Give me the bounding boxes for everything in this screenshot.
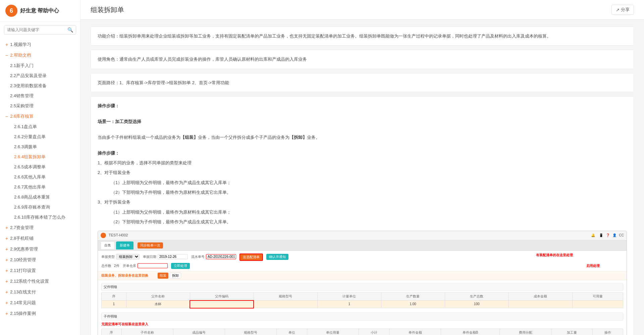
th-cost: 成本金额	[508, 292, 572, 300]
date-input[interactable]	[158, 254, 188, 259]
sidebar-item-mobile[interactable]: + 2.8手机旺铺	[0, 233, 80, 244]
plus-icon5: +	[5, 257, 8, 263]
sidebar-item-cost2[interactable]: 2.6.8商品成本重算	[0, 192, 80, 202]
company-field: 开单仓库	[123, 263, 168, 269]
content-area: 功能介绍：组装拆卸单用来处理企业组装或拆卸等加工业务，支持有固定装配清单的产品加…	[80, 20, 644, 335]
plus-icon3: +	[5, 236, 8, 241]
sidebar-item-system[interactable]: + 2.12系统个性化设置	[0, 276, 80, 287]
sidebar: 6 好生意 帮助中心 🔍 + 1.视频学习 − 2.帮助文档 2.1新手入门 2…	[0, 0, 80, 335]
sidebar-header: 6 好生意 帮助中心	[0, 0, 80, 22]
tab-neworder[interactable]: 新建单	[116, 241, 133, 249]
sidebar-item-purchase[interactable]: 2.5采购管理	[0, 101, 80, 111]
steps-title: 操作步骤：	[98, 149, 627, 157]
no-input[interactable]	[206, 254, 236, 259]
sidebar-item-inbound[interactable]: 2.6.6其他入库单	[0, 172, 80, 182]
tabs-row: 自售 新建单 同步账单一次	[98, 240, 627, 251]
sidebar-item-adjust[interactable]: 2.6.3调拨单	[0, 142, 80, 152]
th-total-qty: 生产总数	[445, 292, 508, 300]
th-parent-name: 父件名称	[126, 292, 190, 300]
sidebar-item-print[interactable]: + 2.11打印设置	[0, 265, 80, 276]
sidebar-item-install[interactable]: 2.2产品安装及登录	[0, 71, 80, 81]
sidebar-item-cases[interactable]: + 2.15操作案例	[0, 308, 80, 319]
sidebar-item-error[interactable]: 2.6.10库存账本错了怎么办	[0, 212, 80, 222]
plus-icon: +	[5, 42, 8, 47]
upper-table-area: 父件明细 序 父件名称 父件编码 规格型号 计量单位 生产数量	[98, 280, 627, 310]
date-field: 单据日期	[143, 254, 188, 260]
type-toggle-row: 组装业务、拆卸业务在这里切换 组装 拆卸	[98, 271, 627, 280]
share-button[interactable]: ↗ 分享	[611, 5, 634, 15]
confirm-btn[interactable]: 确认并通知	[266, 254, 288, 260]
app-logo: 6	[5, 5, 17, 17]
plus-icon9: +	[5, 300, 8, 305]
user-icon: 👤	[612, 232, 616, 238]
parent-code-cell	[190, 300, 254, 308]
sidebar-item-new[interactable]: 2.1新手入门	[0, 61, 80, 71]
th-product-no: 成品编号	[173, 329, 225, 335]
th-produce-qty: 生产数量	[381, 292, 445, 300]
screenshot-inner: TEST-H002 🔔 📱 ❓ 👤 CC 自售	[98, 231, 627, 335]
type-select[interactable]: 组装拆卸	[116, 254, 140, 260]
sidebar-item-sales[interactable]: 2.4销售管理	[0, 91, 80, 101]
search-box[interactable]: 🔍	[4, 25, 76, 35]
sidebar-item-docs[interactable]: − 2.帮助文档	[0, 50, 80, 61]
minus-icon2: −	[5, 114, 8, 119]
sidebar-item-warehouse[interactable]: − 2.6库存核算	[0, 111, 80, 122]
share-icon: ↗	[616, 7, 620, 12]
sidebar-item-finance[interactable]: + 2.7资金管理	[0, 222, 80, 233]
sidebar-item-cost[interactable]: 2.6.5成本调整单	[0, 162, 80, 172]
th-unit-amountB: 单件金额B	[441, 329, 500, 335]
sidebar-item-coupon[interactable]: + 2.9优惠券管理	[0, 244, 80, 255]
mock-logo	[101, 233, 106, 238]
sidebar-item-faq[interactable]: + 2.14常见问题	[0, 297, 80, 308]
apply-btn[interactable]: 立即处理	[171, 263, 190, 269]
assembly-btn[interactable]: 送选配清单	[239, 254, 263, 261]
tab-sale[interactable]: 自售	[101, 241, 115, 249]
intro-text: 功能介绍：组装拆卸单用来处理企业组装或拆卸等加工业务，支持有固定装配清单的产品加…	[98, 32, 627, 40]
assembly-btn-area: 送选配清单	[239, 253, 263, 261]
app-name: 好生意 帮助中心	[20, 7, 59, 14]
sidebar-item-video[interactable]: + 1.视频学习	[0, 39, 80, 50]
assemble-toggle[interactable]: 组装	[158, 273, 168, 279]
step3-1: （1）上部明细为父件明细，最终作为原材料生成其它出库单；	[98, 208, 627, 216]
th-parent-code: 父件编码	[190, 292, 254, 300]
sync-btn[interactable]: 同步账单一次	[138, 242, 163, 248]
th-unit-amount: 单件金额	[389, 329, 441, 335]
notification-icon: 🔔	[591, 232, 595, 238]
th-seq2: 序	[102, 329, 122, 335]
no-field: 流水单号	[191, 254, 236, 260]
mock-topbar: TEST-H002 🔔 📱 ❓ 👤 CC	[98, 231, 627, 240]
th-unit: 计量单位	[317, 292, 381, 300]
search-input[interactable]	[7, 27, 67, 32]
th-process-qty: 加工量	[551, 329, 593, 335]
th-unit-qty: 单位用量	[307, 329, 359, 335]
sidebar-item-payment[interactable]: + 2.13在线支付	[0, 287, 80, 297]
sidebar-item-outbound[interactable]: 2.6.7其他出库单	[0, 182, 80, 192]
main-area: 组装拆卸单 ↗ 分享 功能介绍：组装拆卸单用来处理企业组装或拆卸等加工业务，支持…	[80, 0, 644, 335]
minus-icon: −	[5, 53, 8, 58]
sidebar-item-partial[interactable]: 2.6.2分量盘点单	[0, 132, 80, 142]
plus-icon7: +	[5, 279, 8, 284]
annotation2: 组装业务、拆卸业务在这里切换	[101, 273, 148, 279]
type-field: 单据类型 组装拆卸	[101, 254, 140, 260]
sidebar-item-data[interactable]: 2.3使用前数据准备	[0, 81, 80, 91]
operations-block: 操作步骤： 场景一：加工类型选择 当由多个子件材料组装成一个成品的业务为【组装】…	[91, 96, 634, 335]
upper-table: 序 父件名称 父件编码 规格型号 计量单位 生产数量 生产总数 成本金额 可用量	[101, 292, 623, 309]
step3-2: （2）下部明细为子件明细，最终作为产成品生成其它入库单。	[98, 218, 627, 226]
th-op: 操作	[592, 329, 623, 335]
sidebar-item-stock[interactable]: 2.6.9库存账本查询	[0, 202, 80, 212]
screenshot-container: TEST-H002 🔔 📱 ❓ 👤 CC 自售	[98, 231, 627, 335]
sidebar-item-operation[interactable]: + 2.10经营管理	[0, 255, 80, 265]
lower-table-header: 子件明细	[101, 313, 623, 321]
th-available: 可用量	[572, 292, 623, 300]
path-block: 页面路径：1、库存核算->库存管理->组装拆卸单 2、首页->常用功能	[91, 73, 634, 92]
path-text: 页面路径：1、库存核算->库存管理->组装拆卸单 2、首页->常用功能	[98, 79, 627, 87]
help-icon: ❓	[606, 232, 610, 238]
app-icon: 📱	[599, 232, 603, 238]
disassemble-toggle[interactable]: 拆卸	[170, 273, 181, 279]
step3: 3、对于拆装业务	[98, 198, 627, 206]
search-icon[interactable]: 🔍	[67, 27, 73, 33]
sidebar-item-inventory[interactable]: 2.6.1盘点单	[0, 122, 80, 132]
sidebar-item-assembly[interactable]: 2.6.4组装拆卸单	[0, 152, 80, 162]
company-input[interactable]	[138, 263, 168, 268]
qty-field: 总件数 2件	[101, 263, 119, 269]
